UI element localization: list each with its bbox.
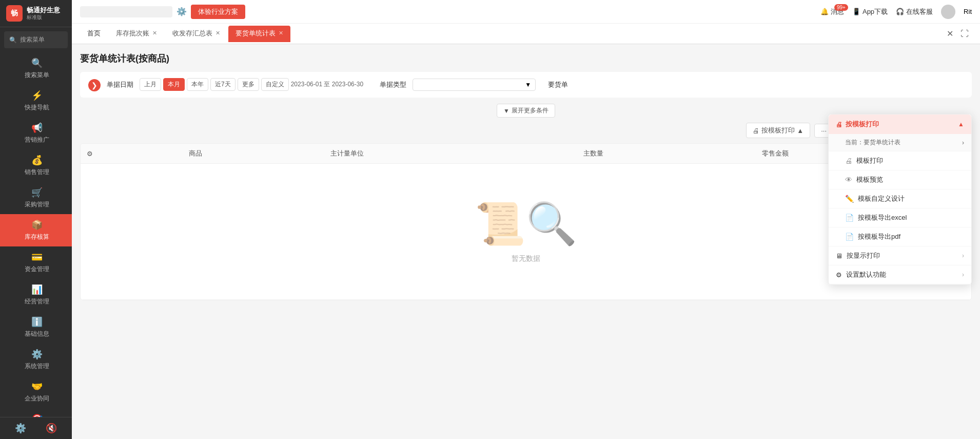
topbar-right: 🔔 消息 99+ 📱 App下载 🎧 在线客服 Rit (820, 5, 972, 19)
display-print-left: 🖥 按显示打印 (836, 251, 880, 260)
sidebar-item-label: 资金管理 (25, 265, 49, 274)
expand-filter-button[interactable]: ❯ (88, 79, 101, 91)
quick-nav-icon: ⚡ (31, 90, 43, 101)
tab-inventory-batch[interactable]: 库存批次账 ✕ (109, 26, 164, 42)
close-tab-order-stats[interactable]: ✕ (279, 30, 283, 36)
logo-icon: 畅 (6, 5, 23, 22)
current-label: 当前：要货单统计表 (845, 138, 900, 147)
online-service-button[interactable]: 🎧 在线客服 (896, 7, 933, 16)
close-tab-inventory-batch[interactable]: ✕ (152, 30, 157, 36)
guide-icon: 🎯 (31, 413, 43, 417)
close-window-icon[interactable]: ✕ (944, 29, 956, 39)
preview-icon: 👁 (845, 176, 852, 184)
date-buttons: 上月 本月 本年 近7天 更多 自定义 2023-06-01 至 2023-06… (140, 78, 363, 91)
printer-icon-header: 🖨 (836, 121, 842, 128)
tab-order-stats-label: 要货单统计表 (236, 29, 276, 38)
date-btn-custom[interactable]: 自定义 (261, 78, 289, 91)
sidebar-item-label: 采购管理 (25, 200, 49, 209)
sidebar-item-base[interactable]: ℹ️基础信息 (0, 311, 72, 343)
purchase-icon: 🛒 (31, 187, 43, 198)
dropdown-title-text: 按模板打印 (846, 120, 879, 129)
gear-button[interactable]: ⚙️ (177, 7, 187, 16)
col-quantity: 主数量 (577, 144, 756, 164)
sidebar-item-quick-nav[interactable]: ⚡快捷导航 (0, 85, 72, 117)
finance-icon: 💳 (31, 252, 43, 263)
sidebar-item-system[interactable]: ⚙️系统管理 (0, 343, 72, 376)
user-avatar[interactable] (941, 5, 955, 19)
dropdown-current: 当前：要货单统计表 › (829, 134, 971, 151)
date-label: 单据日期 (107, 80, 133, 89)
order-status-label: 要货单 (548, 80, 568, 89)
template-design-label: 模板自定义设计 (858, 194, 905, 203)
tab-receipt-summary[interactable]: 收发存汇总表 ✕ (165, 26, 227, 42)
template-pdf-label: 按模板导出pdf (858, 232, 900, 241)
dropdown-item-set-default[interactable]: ⚙ 设置默认功能 › (829, 265, 971, 284)
base-icon: ℹ️ (31, 316, 43, 328)
search-icon: 🔍 (31, 58, 43, 69)
template-print-label: 模板打印 (856, 156, 883, 165)
col-settings[interactable]: ⚙ (81, 144, 183, 164)
tab-order-stats[interactable]: 要货单统计表 ✕ (228, 26, 290, 42)
dropdown-header[interactable]: 🖨 按模板打印 ▲ (829, 114, 971, 134)
breadcrumb-input[interactable] (80, 6, 172, 17)
date-btn-this-year[interactable]: 本年 (187, 78, 208, 91)
sidebar-item-purchase[interactable]: 🛒采购管理 (0, 182, 72, 214)
dropdown-item-display-print[interactable]: 🖥 按显示打印 › (829, 246, 971, 265)
sidebar-item-label: 企业协同 (25, 394, 49, 403)
expand-more-button[interactable]: ▼ 展开更多条件 (497, 104, 555, 118)
speaker-icon[interactable]: 🔇 (46, 423, 57, 434)
sidebar-item-operations[interactable]: 📊经营管理 (0, 279, 72, 311)
template-excel-label: 按模板导出excel (858, 213, 907, 222)
dropdown-arrow-icon: ▲ (958, 121, 964, 128)
dropdown-title: 🖨 按模板打印 (836, 120, 879, 129)
expand-icon[interactable]: ⛶ (957, 29, 972, 39)
sales-icon: 💰 (31, 155, 43, 166)
collab-icon: 🤝 (31, 381, 43, 392)
search-label: 搜索菜单 (20, 35, 45, 44)
mobile-icon: 📱 (852, 8, 860, 15)
chevron-down-icon: ▼ (525, 81, 531, 88)
sidebar-item-sales[interactable]: 💰销售管理 (0, 149, 72, 182)
dropdown-item-template-pdf[interactable]: 📄 按模板导出pdf (829, 227, 971, 246)
trial-button[interactable]: 体验行业方案 (191, 5, 245, 19)
dropdown-item-template-print[interactable]: 🖨 模板打印 (829, 151, 971, 170)
printer-icon: 🖨 (753, 127, 759, 135)
sidebar-item-search[interactable]: 🔍搜索菜单 (0, 52, 72, 85)
date-btn-last-month[interactable]: 上月 (140, 78, 161, 91)
close-tab-receipt-summary[interactable]: ✕ (215, 30, 220, 36)
filter-bar: ❯ 单据日期 上月 本月 本年 近7天 更多 自定义 2023-06-01 至 … (80, 72, 972, 98)
col-unit: 主计量单位 (324, 144, 577, 164)
date-btn-this-month[interactable]: 本月 (163, 78, 185, 91)
print-template-label: 按模板打印 (761, 126, 795, 135)
dropdown-item-template-preview[interactable]: 👁 模板预览 (829, 170, 971, 189)
app-download-button[interactable]: 📱 App下载 (852, 7, 888, 16)
inventory-icon: 📦 (31, 219, 43, 231)
doc-type-label: 单据类型 (380, 80, 406, 89)
sidebar-item-guide[interactable]: 🎯新手引导 (0, 408, 72, 417)
date-btn-more[interactable]: 更多 (238, 78, 259, 91)
sidebar-item-finance[interactable]: 💳资金管理 (0, 246, 72, 279)
doc-type-select[interactable]: ▼ (413, 79, 536, 91)
gear-icon-dropdown: ⚙ (836, 271, 842, 279)
tab-home[interactable]: 首页 (80, 26, 108, 42)
dropdown-item-template-design[interactable]: ✏️ 模板自定义设计 (829, 189, 971, 208)
sidebar-item-collab[interactable]: 🤝企业协同 (0, 376, 72, 408)
sidebar-bottom: ⚙️ 🔇 (0, 417, 72, 439)
chevron-down-icon: ▼ (503, 107, 509, 114)
sidebar-item-label: 营销推广 (25, 136, 49, 144)
settings-icon[interactable]: ⚙️ (15, 423, 26, 434)
company-name: 畅通好生意 (27, 6, 60, 14)
date-btn-7days[interactable]: 近7天 (210, 78, 236, 91)
notice-button[interactable]: 🔔 消息 99+ (820, 7, 844, 16)
tab-receipt-summary-label: 收发存汇总表 (172, 29, 212, 38)
sidebar-item-marketing[interactable]: 📢营销推广 (0, 117, 72, 149)
print-template-button[interactable]: 🖨 按模板打印 ▲ (746, 123, 810, 138)
sidebar-search[interactable]: 🔍 搜索菜单 (4, 31, 68, 48)
sidebar-item-inventory[interactable]: 📦库存核算 (0, 214, 72, 246)
page-content: 要货单统计表(按商品) ❯ 单据日期 上月 本月 本年 近7天 更多 自定义 2… (72, 44, 980, 439)
logo-text: 畅通好生意 标准版 (27, 6, 60, 21)
dropdown-item-template-excel[interactable]: 📄 按模板导出excel (829, 208, 971, 227)
sidebar-item-label: 搜索菜单 (25, 71, 49, 80)
page-title: 要货单统计表(按商品) (80, 52, 972, 65)
notice-badge: 99+ (834, 4, 848, 11)
